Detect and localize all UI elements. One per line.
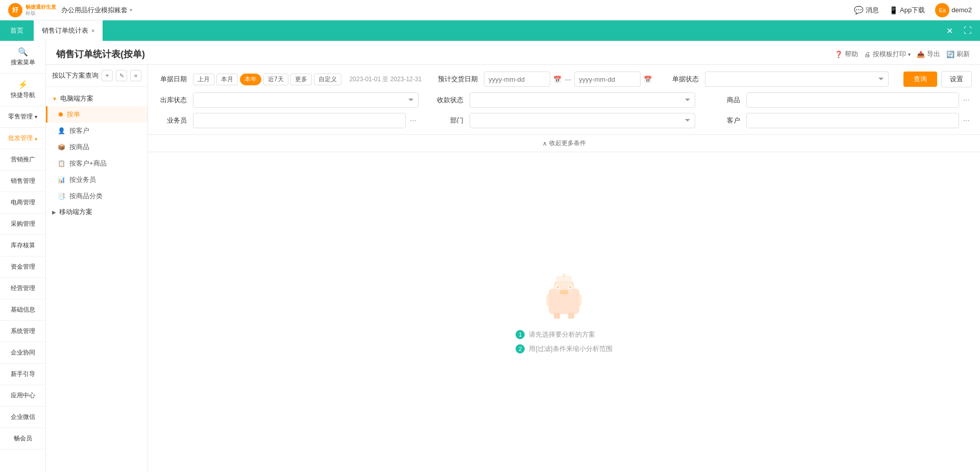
collapse-panel-btn[interactable]: « [130,70,141,81]
collapse-row[interactable]: ∧ 收起更多条件 [148,135,980,152]
nav-tabs-actions: ✕ ⛶ [942,23,980,38]
goods-dots-btn[interactable]: ··· [961,96,972,105]
top-bar: 好 畅捷通好生意 标版 办公用品行业模拟账套 ▾ 💬 消息 📱 App下载 Ea… [0,0,980,20]
date-quick-btns: 上月 本月 本年 近7天 更多 自定义 [193,74,341,85]
salesperson-input[interactable] [193,113,406,128]
scheme-section-pc-header[interactable]: ▼ 电脑端方案 [46,91,148,106]
scheme-item-by-customer-goods[interactable]: 📋 按客户+商品 [46,155,148,172]
status-label: 单据状态 [668,75,699,84]
user-area[interactable]: Ea demo2 [935,3,972,17]
scheme-item-by-order[interactable]: 按单 [46,106,148,123]
sidebar-item-finance[interactable]: 资金管理 [0,256,45,278]
account-name: 办公用品行业模拟账套 [61,6,128,15]
date-btn-7days[interactable]: 近7天 [263,74,288,85]
settings-btn[interactable]: 设置 [941,71,972,87]
user-avatar: Ea [935,3,949,17]
sidebar-item-retail[interactable]: 零售管理 ▾ [0,106,45,128]
message-icon: 💬 [854,6,864,15]
search-btn[interactable]: 查询 [903,72,937,87]
sidebar-item-shortcuts[interactable]: ⚡ 快捷导航 [0,74,45,106]
out-status-select[interactable] [193,92,419,108]
sidebar-item-inventory[interactable]: 库存核算 [0,235,45,256]
date-btn-last-month[interactable]: 上月 [193,74,214,85]
scheme-by-customer-label: 按客户 [69,126,89,135]
pc-section-label: 电脑端方案 [60,94,93,103]
sidebar-item-purchase[interactable]: 采购管理 [0,214,45,235]
tab-expand-btn[interactable]: ⛶ [961,23,975,38]
goods-input[interactable] [746,92,959,108]
app-download-btn[interactable]: 📱 App下载 [889,6,925,15]
sidebar-item-membership[interactable]: 畅会员 [0,428,45,450]
sidebar-item-wechat[interactable]: 企业微信 [0,407,45,428]
message-label: 消息 [866,6,879,15]
sidebar-item-operations[interactable]: 经营管理 [0,278,45,299]
collapse-label: 收起更多条件 [549,139,586,148]
print-label: 按模板打印 [873,50,906,59]
sidebar-item-apps[interactable]: 应用中心 [0,385,45,407]
edit-scheme-btn[interactable]: ✎ [116,70,127,81]
svg-rect-7 [546,294,551,306]
sidebar-item-marketing[interactable]: 营销推广 [0,149,45,171]
dept-select[interactable] [470,113,695,128]
date-btn-this-month[interactable]: 本月 [216,74,238,85]
content-wrapper: 按以下方案查询 + ✎ « ▼ 电脑端方案 [46,65,980,472]
mobile-section-header[interactable]: ▶ 移动端方案 [46,204,148,220]
sidebar-item-enterprise[interactable]: 企业协同 [0,342,45,364]
tab-sales-order-stats[interactable]: 销售订单统计表 × [34,20,103,41]
empty-illustration [538,271,590,322]
salesperson-dots-btn[interactable]: ··· [408,116,419,125]
category-icon: 📑 [57,192,65,200]
refresh-btn[interactable]: 🔄 刷新 [946,50,970,59]
scheme-item-by-goods[interactable]: 📦 按商品 [46,139,148,155]
page-header-actions: ❓ 帮助 🖨 按模板打印 ▾ 📤 导出 🔄 刷新 [835,50,970,59]
customer-input[interactable] [746,113,959,128]
right-panel: 单据日期 上月 本月 本年 近7天 更多 自定义 2023-01-01 至 20… [148,65,980,472]
date-btn-this-year[interactable]: 本年 [240,74,261,85]
scheme-by-category-label: 按商品分类 [69,192,103,201]
goods-wrapper: ··· [746,92,972,108]
search-icon: 🔍 [18,47,28,57]
payment-status-select[interactable] [470,92,695,108]
export-btn[interactable]: 📤 导出 [917,50,940,59]
sidebar-item-search[interactable]: 🔍 搜索菜单 [0,41,45,74]
dept-wrapper [470,113,695,128]
status-select[interactable] [705,72,889,87]
logo-text-line1: 畅捷通好生意 [26,4,56,10]
salesperson-icon: 📊 [57,176,65,184]
filter-row-2: 出库状态 收款状态 商品 [156,92,972,108]
left-panel-title: 按以下方案查询 [52,71,99,80]
sidebar-item-newbie[interactable]: 新手引导 [0,364,45,385]
date-btn-custom[interactable]: 自定义 [314,74,341,85]
status-filter-wrapper: 查询 设置 [705,71,972,87]
account-dropdown[interactable]: 办公用品行业模拟账套 ▾ [61,6,132,15]
scheme-item-by-category[interactable]: 📑 按商品分类 [46,188,148,204]
expected-date-group: 📅 — 📅 [484,72,652,87]
sidebar-item-sales[interactable]: 销售管理 [0,171,45,192]
tab-home[interactable]: 首页 [0,20,34,41]
filter-area: 单据日期 上月 本月 本年 近7天 更多 自定义 2023-01-01 至 20… [148,65,980,135]
expected-date-end-input[interactable] [574,72,641,87]
date-btn-more[interactable]: 更多 [290,74,312,85]
sidebar-item-ecommerce[interactable]: 电商管理 [0,192,45,214]
sidebar-item-basics[interactable]: 基础信息 [0,299,45,321]
sidebar-item-wholesale[interactable]: 批发管理 ▴ [0,128,45,149]
print-btn[interactable]: 🖨 按模板打印 ▾ [864,50,911,59]
sidebar-item-system[interactable]: 系统管理 [0,321,45,342]
scheme-item-by-customer[interactable]: 👤 按客户 [46,123,148,139]
help-label: 帮助 [845,50,858,59]
help-btn[interactable]: ❓ 帮助 [835,50,858,59]
expected-date-start-input[interactable] [484,72,550,87]
scheme-item-by-salesperson[interactable]: 📊 按业务员 [46,172,148,188]
logo-text: 畅捷通好生意 标版 [26,4,56,16]
scheme-by-salesperson-label: 按业务员 [69,175,96,184]
tab-close-window-btn[interactable]: ✕ [942,23,957,38]
payment-status-label: 收款状态 [433,96,463,105]
customer-dots-btn[interactable]: ··· [961,116,972,125]
calendar-end-icon[interactable]: 📅 [644,76,652,83]
calendar-start-icon[interactable]: 📅 [553,76,561,83]
main-area: 🔍 搜索菜单 ⚡ 快捷导航 零售管理 ▾ 批发管理 ▴ 营销推广 销售管理 电商… [0,41,980,472]
add-scheme-btn[interactable]: + [102,70,113,81]
scheme-by-customer-goods-label: 按客户+商品 [69,159,107,168]
tab-close-icon[interactable]: × [91,28,94,34]
message-btn[interactable]: 💬 消息 [854,6,879,15]
